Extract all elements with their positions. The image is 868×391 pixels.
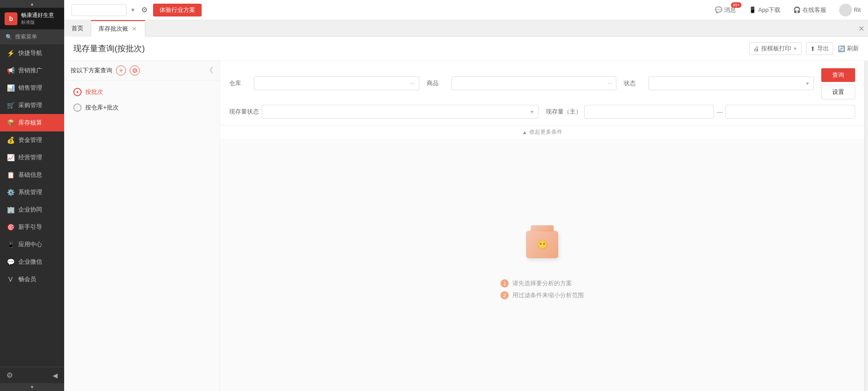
empty-face-icon: 😶 (537, 239, 548, 250)
stock-status-chevron-icon: ▼ (530, 109, 534, 114)
print-template-btn[interactable]: 🖨 按模板打印 ▼ (749, 42, 802, 55)
sidebar-item-enterprise[interactable]: 🏢 企业协同 (0, 201, 64, 218)
sidebar-item-operations[interactable]: 📈 经营管理 (0, 149, 64, 166)
app-download-btn[interactable]: 📱 App下载 (749, 6, 780, 14)
status-select[interactable]: ▼ (648, 76, 814, 90)
tab-close-all-icon[interactable]: ✕ (858, 24, 864, 33)
nav-icon-basic: 📋 (6, 171, 15, 179)
sidebar-item-newbie[interactable]: 🎯 新手引导 (0, 218, 64, 236)
add-filter-btn[interactable]: ＋ (116, 65, 126, 76)
product-more-icon[interactable]: ··· (608, 80, 612, 87)
topbar: ▼ ⚙ 体验行业方案 💬 消息 99+ 📱 App下载 🎧 在线客服 Rit (64, 0, 868, 20)
nav-icon-enterprise: 🏢 (6, 206, 15, 214)
filter-panel-header: 按以下方案查询 ＋ ⚙ 《 (64, 61, 220, 81)
sidebar-item-marketing[interactable]: 📢 营销推广 (0, 62, 64, 79)
nav-icon-wechat: 💬 (6, 258, 15, 266)
filter-collapse-icon[interactable]: 《 (206, 66, 213, 76)
phone-icon: 📱 (749, 6, 756, 13)
print-chevron-icon: ▼ (793, 46, 797, 51)
stock-qty-sep: — (717, 109, 723, 115)
sidebar-scroll-down[interactable]: ▼ (0, 383, 64, 391)
nav-label-quick-nav: 快捷导航 (18, 49, 42, 57)
settings-icon[interactable]: ⚙ (6, 371, 13, 380)
topbar-chevron-icon[interactable]: ▼ (130, 7, 136, 13)
nav-label-newbie: 新手引导 (18, 223, 42, 231)
topbar-search-input[interactable] (71, 4, 126, 16)
warehouse-label: 仓库 (229, 79, 251, 87)
tab-inventory-batch[interactable]: 库存批次账 ✕ (91, 20, 145, 37)
nav-label-finance: 资金管理 (18, 136, 42, 144)
sidebar-item-sales[interactable]: 📊 销售管理 (0, 79, 64, 97)
filter-group-status: 状态 ▼ (624, 76, 814, 90)
nav-label-sales: 销售管理 (18, 84, 42, 92)
filter-panel-title: 按以下方案查询 (71, 66, 112, 75)
sidebar-nav: ⚡ 快捷导航 📢 营销推广 📊 销售管理 🛒 采购管理 📦 库存核算 💰 资金管… (0, 44, 64, 367)
sidebar-item-app-center[interactable]: 📱 应用中心 (0, 236, 64, 253)
filter-item-icon-batch: ● (73, 88, 82, 96)
sidebar-item-inventory[interactable]: 📦 库存核算 (0, 114, 64, 131)
filter-item-batch-label: 按批次 (85, 88, 103, 96)
filter-group-warehouse: 仓库 ··· (229, 76, 419, 90)
sidebar-item-purchase[interactable]: 🛒 采购管理 (0, 97, 64, 114)
tab-home[interactable]: 首页 (64, 20, 91, 37)
sidebar-item-wechat[interactable]: 💬 企业微信 (0, 253, 64, 271)
filter-gear-btn[interactable]: ⚙ (130, 65, 140, 76)
stock-qty-min-input[interactable] (584, 105, 714, 119)
nav-label-basic: 基础信息 (18, 171, 42, 179)
refresh-btn[interactable]: 🔄 刷新 (838, 44, 859, 53)
product-input[interactable]: ··· (451, 76, 617, 90)
settings-btn[interactable]: 设置 (821, 85, 855, 99)
username: Rit (854, 7, 861, 13)
empty-state: 😶 1 请先选择要分析的方案 2 用过滤条件来缩小分析范围 (220, 139, 864, 391)
filter-panel: 按以下方案查询 ＋ ⚙ 《 ● 按批次 ○ 按仓库+批次 (64, 61, 220, 391)
hint-num-1: 1 (500, 279, 509, 288)
stock-status-select[interactable]: ▼ (262, 105, 538, 119)
tab-home-label: 首页 (71, 24, 83, 33)
hint-text-2: 用过滤条件来缩小分析范围 (512, 291, 584, 299)
main-area: ▼ ⚙ 体验行业方案 💬 消息 99+ 📱 App下载 🎧 在线客服 Rit (64, 0, 868, 391)
warehouse-more-icon[interactable]: ··· (411, 80, 415, 87)
nav-label-wechat: 企业微信 (18, 258, 42, 266)
messages-btn[interactable]: 💬 消息 99+ (715, 6, 736, 14)
search-menu[interactable]: 🔍 搜索菜单 (0, 29, 64, 44)
nav-label-purchase: 采购管理 (18, 101, 42, 109)
filter-row-1: 仓库 ··· 商品 ··· 状态 (229, 67, 855, 99)
stock-qty-label: 现存量（主） (546, 108, 582, 116)
sidebar-scroll-up[interactable]: ▲ (0, 0, 64, 8)
empty-illustration: 😶 (522, 231, 563, 272)
online-service-btn[interactable]: 🎧 在线客服 (793, 6, 826, 14)
sidebar-item-basic[interactable]: 📋 基础信息 (0, 166, 64, 184)
sidebar-item-finance[interactable]: 💰 资金管理 (0, 131, 64, 149)
experience-btn[interactable]: 体验行业方案 (153, 4, 202, 16)
nav-icon-finance: 💰 (6, 136, 15, 144)
sidebar-item-vip[interactable]: V 畅会员 (0, 271, 64, 288)
nav-icon-quick-nav: ⚡ (6, 49, 15, 57)
export-label: 导出 (817, 44, 829, 53)
stock-qty-max-input[interactable] (725, 105, 855, 119)
sidebar-item-system[interactable]: ⚙️ 系统管理 (0, 184, 64, 201)
filter-group-stock-status: 现存量状态 ▼ (229, 105, 538, 119)
topbar-gear-icon[interactable]: ⚙ (139, 4, 149, 16)
nav-label-app-center: 应用中心 (18, 240, 42, 249)
print-template-label: 按模板打印 (761, 44, 791, 53)
page-header: 现存量查询(按批次) 🖨 按模板打印 ▼ ⬆ 导出 🔄 刷新 (64, 37, 868, 61)
warehouse-input[interactable]: ··· (254, 76, 419, 90)
page-header-actions: 🖨 按模板打印 ▼ ⬆ 导出 🔄 刷新 (749, 42, 859, 60)
export-btn[interactable]: ⬆ 导出 (806, 42, 833, 55)
print-icon: 🖨 (753, 45, 759, 52)
filter-item-batch[interactable]: ● 按批次 (64, 84, 220, 100)
hint-num-2: 2 (500, 291, 509, 299)
collapse-conditions-btn[interactable]: ▲ 收起更多条件 (220, 125, 864, 139)
nav-icon-vip: V (6, 275, 15, 283)
tab-close-icon[interactable]: ✕ (131, 25, 137, 33)
collapse-sidebar-icon[interactable]: ◀ (53, 372, 58, 379)
page-title: 现存量查询(按批次) (73, 43, 145, 60)
user-avatar-area[interactable]: Rit (839, 4, 861, 16)
app-name: 畅康通好生意 (21, 11, 54, 19)
filter-item-warehouse-batch[interactable]: ○ 按仓库+批次 (64, 100, 220, 115)
query-btn[interactable]: 查询 (821, 68, 855, 82)
nav-label-system: 系统管理 (18, 188, 42, 196)
sidebar-item-quick-nav[interactable]: ⚡ 快捷导航 (0, 44, 64, 62)
content-area: 按以下方案查询 ＋ ⚙ 《 ● 按批次 ○ 按仓库+批次 (64, 61, 868, 391)
sidebar-header: b 畅康通好生意 标准版 (0, 8, 64, 29)
